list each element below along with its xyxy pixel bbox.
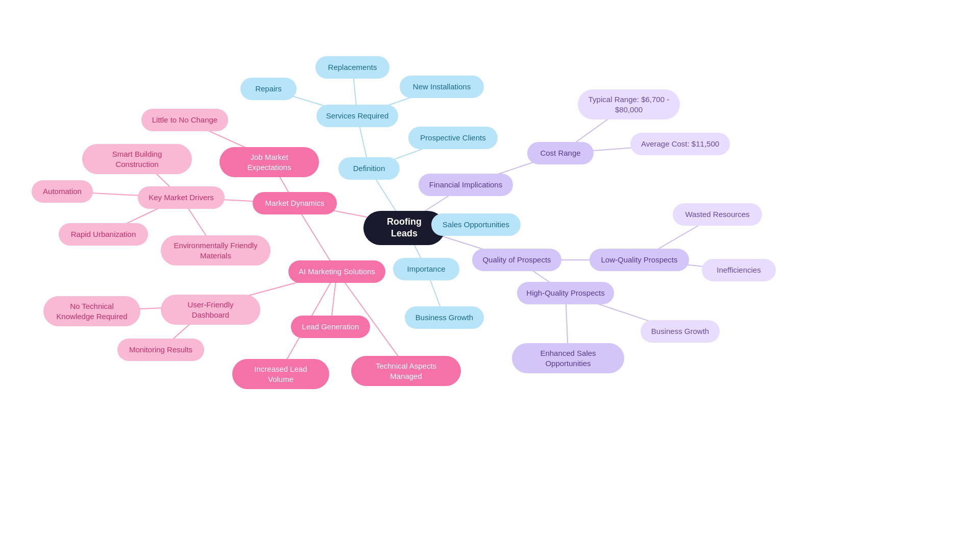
financialImplications-node: Financial Implications [419, 174, 513, 196]
replacements-node: Replacements [315, 56, 389, 79]
lowQualityProspects-node: Low-Quality Prospects [590, 249, 689, 271]
connections-svg [0, 0, 980, 553]
rapidUrbanization-node: Rapid Urbanization [59, 223, 148, 246]
littleToNoChange-node: Little to No Change [141, 109, 228, 131]
noTechnicalKnowledge-node: No Technical Knowledge Required [43, 296, 140, 326]
monitoringResults-node: Monitoring Results [117, 339, 204, 361]
definition-node: Definition [338, 157, 400, 180]
userFriendlyDashboard-node: User-Friendly Dashboard [161, 295, 260, 325]
wastedResources-node: Wasted Resources [673, 203, 762, 226]
leadGeneration-node: Lead Generation [291, 316, 370, 338]
newInstallations-node: New Installations [400, 76, 484, 98]
importance-node: Importance [393, 258, 459, 280]
environmentallyFriendlyMaterials-node: Environmentally Friendly Materials [161, 235, 271, 266]
qualityOfProspects-node: Quality of Prospects [472, 249, 561, 271]
jobMarketExpectations-node: Job Market Expectations [219, 147, 319, 177]
businessGrowthBlue-node: Business Growth [405, 306, 484, 329]
technicalAspectsManaged-node: Technical Aspects Managed [351, 356, 461, 386]
smartBuildingConstruction-node: Smart Building Construction [82, 144, 192, 174]
prospectiveClients-node: Prospective Clients [408, 127, 498, 149]
increasedLeadVolume-node: Increased Lead Volume [232, 359, 329, 389]
salesOpportunities-node: Sales Opportunities [431, 213, 521, 236]
typicalRange-node: Typical Range: $6,700 - $80,000 [578, 89, 680, 119]
aiMarketingSolutions-node: AI Marketing Solutions [288, 260, 385, 283]
costRange-node: Cost Range [527, 142, 594, 164]
businessGrowthPurple-node: Business Growth [641, 320, 720, 343]
inefficiencies-node: Inefficiencies [702, 259, 776, 281]
marketDynamics-node: Market Dynamics [253, 192, 337, 214]
servicesRequired-node: Services Required [316, 105, 398, 127]
averageCost-node: Average Cost: $11,500 [630, 133, 730, 155]
enhancedSalesOpportunities-node: Enhanced Sales Opportunities [512, 343, 624, 373]
highQualityProspects-node: High-Quality Prospects [517, 282, 614, 304]
repairs-node: Repairs [240, 78, 297, 100]
automation-node: Automation [32, 180, 93, 203]
keyMarketDrivers-node: Key Market Drivers [138, 186, 225, 209]
